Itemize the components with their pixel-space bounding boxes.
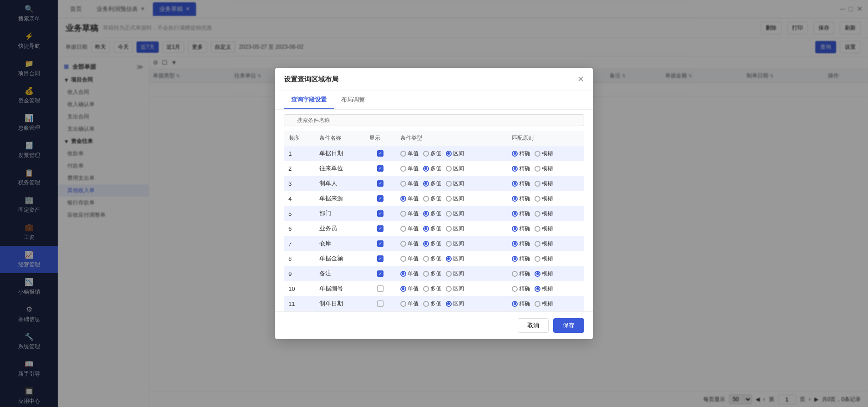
radio-fuzzy[interactable]: 模糊 (535, 300, 553, 308)
checkbox[interactable] (377, 195, 384, 202)
radio-single[interactable]: 单值 (400, 195, 419, 203)
row-match-principle: 精确模糊 (507, 176, 584, 191)
radio-exact[interactable]: 精确 (512, 165, 530, 173)
radio-range[interactable]: 区间 (446, 195, 464, 203)
modal-footer: 取消 保存 (275, 311, 593, 339)
radio-range[interactable]: 区间 (446, 225, 464, 233)
modal-tab-field-settings[interactable]: 查询字段设置 (284, 91, 334, 109)
radio-fuzzy[interactable]: 模糊 (535, 270, 553, 278)
radio-single[interactable]: 单值 (400, 285, 419, 293)
radio-fuzzy[interactable]: 模糊 (535, 150, 553, 158)
row-display-checkbox[interactable] (365, 191, 396, 206)
row-display-checkbox[interactable] (365, 281, 396, 296)
radio-exact[interactable]: 精确 (512, 300, 530, 308)
radio-multi[interactable]: 多值 (423, 300, 441, 308)
modal-close-button[interactable]: ✕ (577, 74, 584, 84)
modal-table-row: 9备注单值多值区间精确模糊 (284, 266, 584, 281)
checkbox[interactable] (377, 255, 384, 262)
row-display-checkbox[interactable] (365, 296, 396, 311)
radio-range[interactable]: 区间 (446, 270, 464, 278)
modal-tab-layout-adjust[interactable]: 布局调整 (334, 91, 372, 109)
radio-single[interactable]: 单值 (400, 210, 419, 218)
radio-exact[interactable]: 精确 (512, 225, 530, 233)
row-condition-name: 制单人 (315, 176, 365, 191)
radio-exact[interactable]: 精确 (512, 270, 530, 278)
row-match-principle: 精确模糊 (507, 251, 584, 266)
radio-multi[interactable]: 多值 (423, 240, 441, 248)
radio-single[interactable]: 单值 (400, 225, 419, 233)
checkbox[interactable] (377, 180, 384, 187)
radio-multi[interactable]: 多值 (423, 270, 441, 278)
checkbox[interactable] (377, 150, 384, 157)
modal-cancel-button[interactable]: 取消 (518, 318, 549, 333)
checkbox[interactable] (377, 225, 384, 232)
radio-exact[interactable]: 精确 (512, 255, 530, 263)
checkbox[interactable] (377, 240, 384, 247)
modal-table-row: 6业务员单值多值区间精确模糊 (284, 221, 584, 236)
modal-table-row: 8单据金额单值多值区间精确模糊 (284, 251, 584, 266)
radio-multi[interactable]: 多值 (423, 255, 441, 263)
radio-range[interactable]: 区间 (446, 150, 464, 158)
radio-exact[interactable]: 精确 (512, 195, 530, 203)
radio-multi[interactable]: 多值 (423, 225, 441, 233)
radio-multi[interactable]: 多值 (423, 285, 441, 293)
radio-fuzzy[interactable]: 模糊 (535, 240, 553, 248)
checkbox[interactable] (377, 285, 384, 292)
row-display-checkbox[interactable] (365, 146, 396, 161)
radio-single[interactable]: 单值 (400, 150, 419, 158)
radio-fuzzy[interactable]: 模糊 (535, 195, 553, 203)
radio-single[interactable]: 单值 (400, 165, 419, 173)
row-match-principle: 精确模糊 (507, 236, 584, 251)
radio-multi[interactable]: 多值 (423, 180, 441, 188)
radio-range[interactable]: 区间 (446, 210, 464, 218)
radio-exact[interactable]: 精确 (512, 150, 530, 158)
radio-exact[interactable]: 精确 (512, 285, 530, 293)
radio-exact[interactable]: 精确 (512, 240, 530, 248)
row-display-checkbox[interactable] (365, 236, 396, 251)
radio-multi[interactable]: 多值 (423, 165, 441, 173)
checkbox[interactable] (377, 165, 384, 172)
radio-range[interactable]: 区间 (446, 165, 464, 173)
radio-range[interactable]: 区间 (446, 300, 464, 308)
modal-save-button[interactable]: 保存 (553, 318, 584, 333)
radio-single[interactable]: 单值 (400, 300, 419, 308)
row-display-checkbox[interactable] (365, 251, 396, 266)
row-condition-type: 单值多值区间 (396, 281, 508, 296)
row-display-checkbox[interactable] (365, 161, 396, 176)
checkbox[interactable] (377, 270, 384, 277)
radio-single[interactable]: 单值 (400, 180, 419, 188)
row-display-checkbox[interactable] (365, 176, 396, 191)
row-display-checkbox[interactable] (365, 266, 396, 281)
row-match-principle: 精确模糊 (507, 221, 584, 236)
row-condition-type: 单值多值区间 (396, 146, 508, 161)
checkbox[interactable] (377, 210, 384, 217)
row-condition-type: 单值多值区间 (396, 266, 508, 281)
radio-range[interactable]: 区间 (446, 255, 464, 263)
radio-range[interactable]: 区间 (446, 180, 464, 188)
radio-fuzzy[interactable]: 模糊 (535, 210, 553, 218)
radio-multi[interactable]: 多值 (423, 210, 441, 218)
row-condition-type: 单值多值区间 (396, 221, 508, 236)
radio-fuzzy[interactable]: 模糊 (535, 180, 553, 188)
radio-exact[interactable]: 精确 (512, 180, 530, 188)
radio-fuzzy[interactable]: 模糊 (535, 255, 553, 263)
radio-exact[interactable]: 精确 (512, 210, 530, 218)
row-display-checkbox[interactable] (365, 221, 396, 236)
row-condition-name: 单据来源 (315, 191, 365, 206)
radio-fuzzy[interactable]: 模糊 (535, 165, 553, 173)
radio-fuzzy[interactable]: 模糊 (535, 225, 553, 233)
checkbox[interactable] (377, 300, 384, 307)
modal-table-row: 2往来单位单值多值区间精确模糊 (284, 161, 584, 176)
modal-search-input[interactable] (284, 114, 584, 126)
radio-fuzzy[interactable]: 模糊 (535, 285, 553, 293)
row-display-checkbox[interactable] (365, 206, 396, 221)
radio-range[interactable]: 区间 (446, 285, 464, 293)
radio-range[interactable]: 区间 (446, 240, 464, 248)
radio-multi[interactable]: 多值 (423, 150, 441, 158)
row-match-principle: 精确模糊 (507, 146, 584, 161)
radio-multi[interactable]: 多值 (423, 195, 441, 203)
radio-single[interactable]: 单值 (400, 270, 419, 278)
row-order: 9 (284, 266, 315, 281)
radio-single[interactable]: 单值 (400, 255, 419, 263)
radio-single[interactable]: 单值 (400, 240, 419, 248)
